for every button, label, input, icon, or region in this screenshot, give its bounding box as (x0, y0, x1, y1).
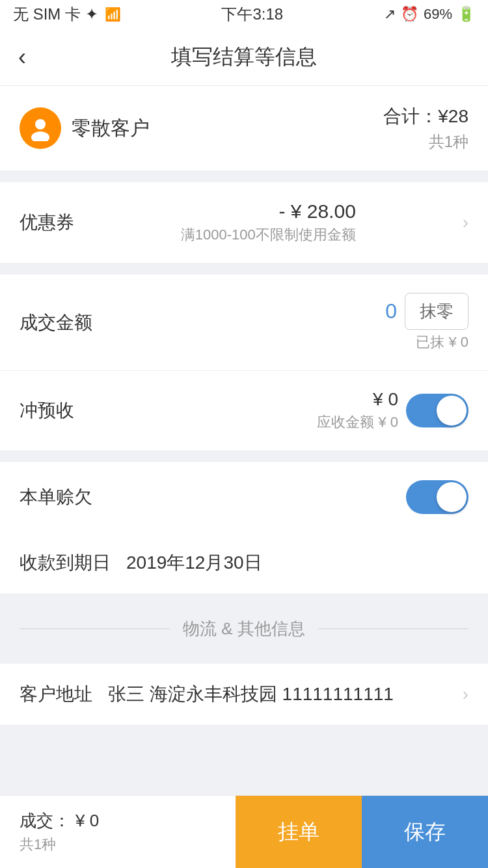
logistics-header-text: 物流 & 其他信息 (170, 617, 318, 640)
already-zeroed-label: 已抹 ¥ 0 (345, 332, 468, 352)
customer-right: 合计：¥28 共1种 (383, 104, 468, 152)
prepay-amount: ¥ 0 (317, 389, 398, 410)
battery-label: 69% (424, 6, 452, 23)
bottom-summary: 成交： ¥ 0 共1种 (0, 809, 236, 854)
coupon-amount: - ¥ 28.00 (181, 200, 356, 223)
transaction-right: 抹零 已抹 ¥ 0 (345, 293, 468, 352)
deal-label: 成交： (20, 809, 70, 832)
prepay-col: ¥ 0 应收金额 ¥ 0 (317, 389, 398, 432)
transaction-label: 成交金额 (20, 310, 92, 335)
logistics-header: 物流 & 其他信息 (0, 605, 488, 652)
address-value: 张三 海淀永丰科技园 11111111111 (108, 682, 463, 707)
divider-3 (0, 450, 488, 462)
hang-button[interactable]: 挂单 (236, 796, 362, 869)
nav-bar: ‹ 填写结算等信息 (0, 29, 488, 86)
divider-5 (0, 652, 488, 664)
round-zero-button[interactable]: 抹零 (405, 293, 468, 330)
transaction-amount-row: 成交金额 抹零 已抹 ¥ 0 (0, 275, 488, 371)
coupon-desc: 满1000-100不限制使用金额 (181, 225, 356, 245)
prepay-label: 冲预收 (20, 398, 74, 423)
bottom-bar: 成交： ¥ 0 共1种 挂单 保存 (0, 795, 488, 868)
due-date-row: 收款到期日 2019年12月30日 (0, 532, 488, 593)
alarm-icon: ⏰ (401, 6, 418, 23)
customer-left: 零散客户 (20, 107, 150, 149)
bottom-deal: 成交： ¥ 0 (20, 809, 216, 832)
status-time: 下午3:18 (221, 4, 283, 25)
coupon-chevron-icon: › (463, 212, 468, 233)
status-right: ↗ ⏰ 69% 🔋 (384, 6, 475, 23)
bottom-count: 共1种 (20, 835, 216, 854)
debt-section: 本单赊欠 收款到期日 2019年12月30日 (0, 462, 488, 593)
deal-amount: ¥ 0 (75, 811, 99, 831)
avatar (20, 107, 61, 149)
coupon-right: - ¥ 28.00 满1000-100不限制使用金额 (181, 200, 356, 245)
svg-point-0 (35, 119, 46, 129)
toggle-knob (437, 396, 467, 426)
total-count: 共1种 (383, 131, 468, 152)
status-bar: 无 SIM 卡 ✦ 📶 下午3:18 ↗ ⏰ 69% 🔋 (0, 0, 488, 29)
page-title: 填写结算等信息 (171, 43, 317, 72)
debt-toggle[interactable] (406, 480, 468, 514)
content: 零散客户 合计：¥28 共1种 优惠券 - ¥ 28.00 满1000-100不… (0, 86, 488, 868)
divider-1 (0, 170, 488, 182)
no-sim-label: 无 SIM 卡 ✦ (13, 4, 98, 25)
amount-input[interactable] (345, 299, 397, 323)
save-button[interactable]: 保存 (362, 796, 488, 869)
customer-name: 零散客户 (72, 115, 150, 142)
address-chevron-icon: › (463, 684, 468, 705)
due-date-value: 2019年12月30日 (126, 550, 262, 575)
divider-4 (0, 593, 488, 605)
prepay-right: ¥ 0 应收金额 ¥ 0 (317, 389, 468, 432)
back-button[interactable]: ‹ (18, 44, 26, 71)
prepay-row: 冲预收 ¥ 0 应收金额 ¥ 0 (0, 371, 488, 450)
wifi-icon: 📶 (105, 7, 121, 22)
coupon-row[interactable]: 优惠券 - ¥ 28.00 满1000-100不限制使用金额 › (0, 182, 488, 263)
battery-icon: 🔋 (457, 6, 475, 23)
divider-2 (0, 263, 488, 275)
amount-section: 成交金额 抹零 已抹 ¥ 0 冲预收 ¥ 0 应收金额 ¥ 0 (0, 275, 488, 450)
amount-col: 抹零 已抹 ¥ 0 (345, 293, 468, 352)
location-icon: ↗ (384, 6, 396, 23)
customer-card: 零散客户 合计：¥28 共1种 (0, 86, 488, 170)
coupon-label: 优惠券 (20, 210, 74, 235)
debt-row: 本单赊欠 (0, 462, 488, 532)
svg-point-1 (31, 131, 49, 141)
prepay-toggle[interactable] (406, 394, 468, 427)
status-left: 无 SIM 卡 ✦ 📶 (13, 4, 121, 25)
prepay-receivable: 应收金额 ¥ 0 (317, 413, 398, 432)
debt-toggle-knob (437, 482, 467, 512)
address-row[interactable]: 客户地址 张三 海淀永丰科技园 11111111111 › (0, 664, 488, 725)
due-date-label: 收款到期日 (20, 550, 111, 575)
coupon-section: 优惠券 - ¥ 28.00 满1000-100不限制使用金额 › (0, 182, 488, 263)
total-amount: 合计：¥28 (383, 104, 468, 129)
address-label: 客户地址 (20, 682, 92, 707)
debt-label: 本单赊欠 (20, 485, 92, 509)
